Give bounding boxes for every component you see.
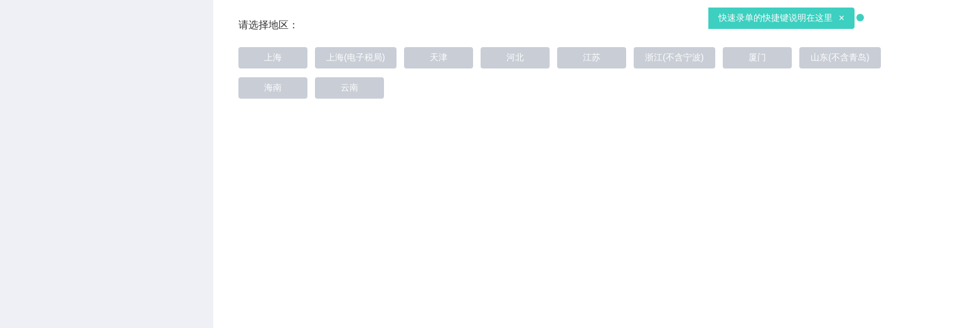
region-button-hebei[interactable]: 河北: [481, 47, 550, 68]
region-button-shanghai[interactable]: 上海: [238, 47, 307, 68]
region-button-jiangsu[interactable]: 江苏: [557, 47, 626, 68]
region-button-zhejiang[interactable]: 浙江(不含宁波): [634, 47, 715, 68]
region-button-yunnan[interactable]: 云南: [315, 77, 384, 99]
main-content: 请选择地区： 上海上海(电子税局)天津河北江苏浙江(不含宁波)厦门山东(不含青岛…: [213, 0, 980, 328]
region-button-shanghai-etax[interactable]: 上海(电子税局): [315, 47, 397, 68]
region-buttons: 上海上海(电子税局)天津河北江苏浙江(不含宁波)厦门山东(不含青岛)海南云南: [238, 47, 955, 99]
region-button-hainan[interactable]: 海南: [238, 77, 307, 99]
region-button-tianjin[interactable]: 天津: [404, 47, 473, 68]
tooltip-dot: [856, 14, 864, 21]
region-button-shandong[interactable]: 山东(不含青岛): [799, 47, 881, 68]
sidebar: [0, 0, 213, 328]
region-button-xiamen[interactable]: 厦门: [723, 47, 792, 68]
tooltip-close-button[interactable]: ×: [839, 13, 844, 23]
tooltip-banner: 快速录单的快捷键说明在这里 ×: [706, 8, 855, 29]
tooltip-text: 快速录单的快捷键说明在这里: [718, 13, 833, 24]
